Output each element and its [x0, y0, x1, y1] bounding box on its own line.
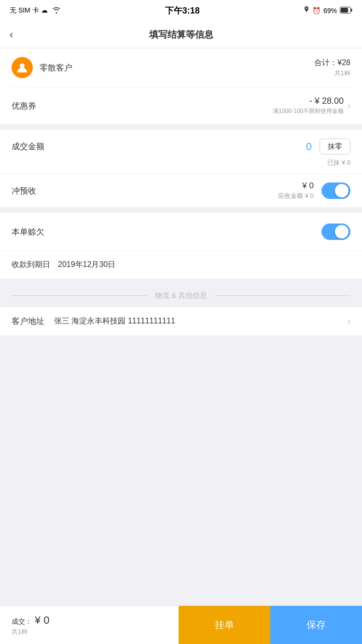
amount-value: 0	[306, 140, 312, 153]
duedate-value: 2019年12月30日	[58, 260, 115, 270]
coupon-right: - ¥ 28.00 满1000-100不限制使用金额 ›	[273, 96, 350, 115]
prepay-label: 冲预收	[12, 185, 36, 196]
prepay-row: 冲预收 ¥ 0 应收金额 ¥ 0	[0, 174, 362, 207]
prepay-right: ¥ 0 应收金额 ¥ 0	[278, 181, 350, 200]
address-label: 客户地址	[12, 316, 44, 327]
back-button[interactable]: ‹	[10, 28, 13, 41]
total-count: 共1种	[314, 69, 350, 78]
battery-icon	[340, 7, 352, 15]
address-chevron-icon: ›	[348, 316, 350, 326]
customer-avatar	[12, 57, 33, 78]
content: 零散客户 合计：¥28 共1种 优惠券 - ¥ 28.00 满1000-100不…	[0, 48, 362, 384]
coupon-row[interactable]: 优惠券 - ¥ 28.00 满1000-100不限制使用金额 ›	[0, 87, 362, 124]
debt-card: 本单赊欠 收款到期日 2019年12月30日	[0, 213, 362, 279]
address-card[interactable]: 客户地址 张三 海淀永丰科技园 11111111111 ›	[0, 307, 362, 336]
amount-right: 0 抹零	[306, 139, 350, 154]
bottom-bar: 成交： ¥ 0 共1种 挂单 保存	[0, 605, 362, 644]
coupon-value: - ¥ 28.00	[273, 96, 344, 106]
prepay-amount: ¥ 0	[278, 181, 314, 191]
wifi-icon	[52, 7, 61, 15]
customer-left: 零散客户	[12, 57, 72, 78]
transaction-card: 成交金额 0 抹零 已抹 ¥ 0 冲预收 ¥ 0 应收金额 ¥ 0	[0, 130, 362, 207]
amount-row: 成交金额 0 抹零	[0, 130, 362, 158]
debt-row: 本单赊欠	[0, 213, 362, 251]
debt-label: 本单赊欠	[12, 226, 44, 238]
duedate-row: 收款到期日 2019年12月30日	[0, 251, 362, 279]
prepay-sub: 应收金额 ¥ 0	[278, 192, 314, 200]
prepay-amount-wrap: ¥ 0 应收金额 ¥ 0	[278, 181, 314, 200]
bottom-amount: ¥ 0	[35, 614, 50, 627]
customer-total: 合计：¥28 共1种	[314, 58, 350, 78]
pending-button[interactable]: 挂单	[179, 606, 270, 644]
logistics-line-right	[215, 295, 350, 296]
alarm-icon: ⏰	[312, 7, 320, 14]
prepay-toggle[interactable]	[321, 182, 350, 199]
svg-rect-1	[341, 8, 348, 13]
status-bar: 无 SIM 卡 ☁ 下午3:18 ⏰ 69%	[0, 0, 362, 21]
bottom-label: 成交：	[12, 617, 32, 626]
status-left: 无 SIM 卡 ☁	[10, 6, 61, 15]
logistics-divider: 物流 & 其他信息	[0, 284, 362, 307]
nav-bar: ‹ 填写结算等信息	[0, 21, 362, 48]
save-button[interactable]: 保存	[270, 606, 362, 644]
duedate-label: 收款到期日	[12, 260, 50, 270]
address-value: 张三 海淀永丰科技园 11111111111	[54, 316, 348, 326]
debt-toggle[interactable]	[321, 224, 350, 240]
customer-card: 零散客户 合计：¥28 共1种 优惠券 - ¥ 28.00 满1000-100不…	[0, 48, 362, 124]
bottom-count: 共1种	[12, 628, 167, 636]
round-button[interactable]: 抹零	[320, 139, 350, 154]
no-sim-text: 无 SIM 卡 ☁	[10, 6, 48, 15]
svg-rect-2	[351, 9, 352, 12]
logistics-section-label: 物流 & 其他信息	[155, 291, 207, 300]
svg-point-3	[20, 63, 25, 68]
status-time: 下午3:18	[165, 5, 200, 16]
amount-sub: 已抹 ¥ 0	[0, 158, 362, 174]
logistics-line-left	[12, 295, 147, 296]
customer-row: 零散客户 合计：¥28 共1种	[0, 48, 362, 87]
bottom-info: 成交： ¥ 0 共1种	[0, 614, 179, 636]
customer-name: 零散客户	[40, 62, 72, 73]
amount-label: 成交金额	[12, 141, 44, 152]
coupon-label: 优惠券	[12, 100, 36, 112]
coupon-value-wrap: - ¥ 28.00 满1000-100不限制使用金额	[273, 96, 344, 115]
location-icon	[304, 6, 309, 15]
status-right: ⏰ 69%	[304, 6, 352, 15]
coupon-desc: 满1000-100不限制使用金额	[273, 107, 344, 115]
coupon-chevron-icon: ›	[348, 101, 350, 111]
battery-text: 69%	[323, 7, 337, 14]
total-amount: 合计：¥28	[314, 58, 350, 68]
page-title: 填写结算等信息	[149, 28, 213, 41]
